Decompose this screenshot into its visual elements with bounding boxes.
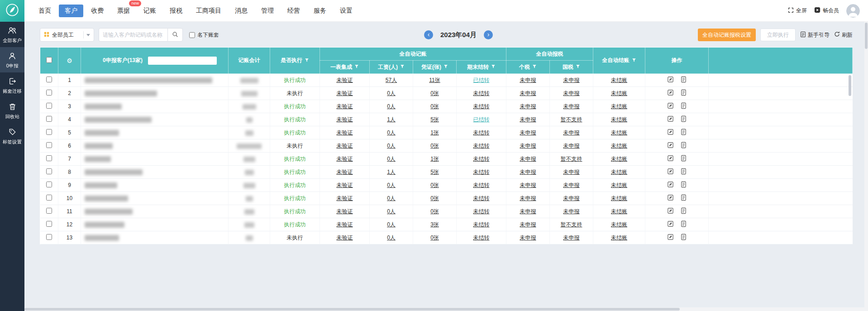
report-icon[interactable] xyxy=(677,115,690,124)
closing-link[interactable]: 未结账 xyxy=(611,234,627,241)
edit-icon[interactable] xyxy=(664,181,677,189)
nav-item-business-projects[interactable]: 工商项目 xyxy=(190,5,227,17)
page-vertical-scrollbar[interactable] xyxy=(864,22,868,311)
yibiao-link[interactable]: 未验证 xyxy=(337,208,353,215)
page-horizontal-scrollbar[interactable] xyxy=(24,307,864,311)
voucher-link[interactable]: 0张 xyxy=(430,182,439,188)
salary-column-header[interactable]: 工资(人) xyxy=(370,61,413,74)
filter-funnel-icon[interactable] xyxy=(354,64,359,70)
execute-now-button[interactable]: 立即执行 xyxy=(760,29,796,41)
voucher-link[interactable]: 0张 xyxy=(430,143,439,149)
sidebar-item-zero-declare[interactable]: 0申报 xyxy=(0,47,24,72)
edit-icon[interactable] xyxy=(664,129,677,137)
voucher-link[interactable]: 0张 xyxy=(430,208,439,215)
carryover-link[interactable]: 已结转 xyxy=(473,116,490,123)
nav-item-home[interactable]: 首页 xyxy=(33,5,57,17)
closing-link[interactable]: 未结账 xyxy=(611,103,627,110)
voucher-link[interactable]: 0张 xyxy=(430,90,439,96)
row-checkbox[interactable] xyxy=(46,208,52,214)
national-tax-link[interactable]: 暂不支持 xyxy=(561,156,582,162)
closing-link[interactable]: 未结账 xyxy=(611,116,627,123)
guide-button[interactable]: 新手引导 xyxy=(800,31,830,39)
salary-link[interactable]: 0人 xyxy=(387,129,396,136)
carryover-link[interactable]: 未结转 xyxy=(473,129,490,136)
row-checkbox[interactable] xyxy=(46,155,52,161)
yibiao-link[interactable]: 未验证 xyxy=(337,77,353,83)
yibiao-link[interactable]: 未验证 xyxy=(337,90,353,96)
select-all-checkbox[interactable] xyxy=(46,57,52,63)
carryover-link[interactable]: 未结转 xyxy=(473,221,490,228)
national-tax-column-header[interactable]: 国税 xyxy=(550,61,593,74)
next-month-button[interactable]: › xyxy=(484,30,493,39)
row-checkbox[interactable] xyxy=(46,103,52,109)
nav-item-management[interactable]: 管理 xyxy=(255,5,280,17)
row-checkbox[interactable] xyxy=(46,142,52,148)
report-icon[interactable] xyxy=(677,207,690,215)
closing-link[interactable]: 未结账 xyxy=(611,182,627,188)
filter-funnel-icon[interactable] xyxy=(400,64,405,70)
carryover-link[interactable]: 未结转 xyxy=(473,156,490,162)
closing-link[interactable]: 未结账 xyxy=(611,90,627,96)
personal-tax-link[interactable]: 未申报 xyxy=(520,90,536,96)
edit-icon[interactable] xyxy=(664,234,677,242)
personal-tax-link[interactable]: 未申报 xyxy=(520,169,536,175)
voucher-link[interactable]: 0张 xyxy=(430,103,439,110)
report-icon[interactable] xyxy=(677,168,690,176)
yibiao-link[interactable]: 未验证 xyxy=(337,221,353,228)
report-icon[interactable] xyxy=(677,181,690,189)
nav-item-tax-filing[interactable]: 报税 xyxy=(164,5,188,17)
own-accounts-checkbox[interactable] xyxy=(189,32,195,38)
carryover-link[interactable]: 未结转 xyxy=(473,143,490,149)
member-button[interactable]: 畅会员 xyxy=(814,7,839,14)
salary-link[interactable]: 0人 xyxy=(387,234,396,241)
edit-icon[interactable] xyxy=(664,102,677,110)
row-checkbox[interactable] xyxy=(46,182,52,187)
yibiao-link[interactable]: 未验证 xyxy=(337,116,353,123)
table-scrollbar-thumb[interactable] xyxy=(849,75,851,96)
yibiao-column-header[interactable]: 一表集成 xyxy=(320,61,370,74)
national-tax-link[interactable]: 暂不支持 xyxy=(561,221,582,228)
yibiao-link[interactable]: 未验证 xyxy=(337,103,353,110)
edit-icon[interactable] xyxy=(664,194,677,202)
filter-funnel-icon[interactable] xyxy=(632,57,636,64)
sidebar-item-account-migration[interactable]: 账套迁移 xyxy=(0,72,24,98)
closing-link[interactable]: 未结账 xyxy=(611,77,627,83)
yibiao-link[interactable]: 未验证 xyxy=(337,195,353,201)
page-horizontal-scrollbar-thumb[interactable] xyxy=(24,308,680,311)
personal-tax-link[interactable]: 未申报 xyxy=(520,195,536,201)
nav-item-messages[interactable]: 消息 xyxy=(229,5,253,17)
national-tax-link[interactable]: 未申报 xyxy=(563,208,580,215)
report-icon[interactable] xyxy=(677,89,690,97)
personal-tax-link[interactable]: 未申报 xyxy=(520,234,536,241)
personal-tax-link[interactable]: 未申报 xyxy=(520,103,536,110)
yibiao-link[interactable]: 未验证 xyxy=(337,234,353,241)
closing-link[interactable]: 未结账 xyxy=(611,169,627,175)
yibiao-link[interactable]: 未验证 xyxy=(337,129,353,136)
edit-icon[interactable] xyxy=(664,168,677,176)
closing-link[interactable]: 未结账 xyxy=(611,129,627,136)
yibiao-link[interactable]: 未验证 xyxy=(337,182,353,188)
national-tax-link[interactable]: 未申报 xyxy=(563,195,580,201)
edit-icon[interactable] xyxy=(664,115,677,124)
search-input[interactable] xyxy=(99,28,167,42)
voucher-link[interactable]: 0张 xyxy=(430,195,439,201)
filter-funnel-icon[interactable] xyxy=(444,64,448,70)
yibiao-link[interactable]: 未验证 xyxy=(337,156,353,162)
row-checkbox[interactable] xyxy=(46,168,52,174)
yibiao-link[interactable]: 未验证 xyxy=(337,143,353,149)
national-tax-link[interactable]: 未申报 xyxy=(563,77,580,83)
report-icon[interactable] xyxy=(677,220,690,229)
auto-settings-button[interactable]: 全自动记账报税设置 xyxy=(698,29,756,41)
report-icon[interactable] xyxy=(677,142,690,150)
row-checkbox[interactable] xyxy=(46,221,52,227)
filter-funnel-icon[interactable] xyxy=(576,64,580,70)
sidebar-item-all-customers[interactable]: 全部客户 xyxy=(0,22,24,47)
row-checkbox[interactable] xyxy=(46,90,52,96)
sidebar-item-tag-settings[interactable]: 标签设置 xyxy=(0,123,24,148)
voucher-link[interactable]: 5张 xyxy=(430,169,439,175)
national-tax-link[interactable]: 暂不支持 xyxy=(561,116,582,123)
gear-icon[interactable]: ⚙ xyxy=(67,57,72,64)
filter-funnel-icon[interactable] xyxy=(491,64,496,70)
personal-tax-link[interactable]: 未申报 xyxy=(520,208,536,215)
report-icon[interactable] xyxy=(677,102,690,110)
